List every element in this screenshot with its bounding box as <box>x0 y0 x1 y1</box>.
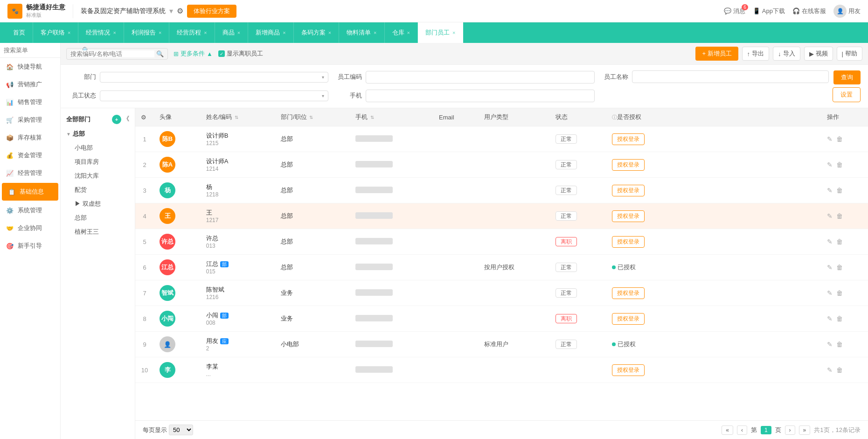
dept-item-project-store[interactable]: 项目库房 <box>61 155 135 169</box>
auth-btn[interactable]: 授权登录 <box>612 236 645 248</box>
settings-icon[interactable]: ⚙ <box>177 7 183 15</box>
edit-icon[interactable]: ✎ <box>827 341 833 348</box>
export-btn[interactable]: ↑ 导出 <box>742 47 770 61</box>
close-icon[interactable]: × <box>237 30 240 35</box>
edit-icon[interactable]: ✎ <box>827 366 833 374</box>
delete-icon[interactable]: 🗑 <box>836 187 843 194</box>
sidebar-item-sales[interactable]: 📊 销售管理 <box>0 93 60 111</box>
edit-icon[interactable]: ✎ <box>827 135 833 143</box>
dept-item-distribution[interactable]: 配货 <box>61 183 135 197</box>
dept-item-small-elec[interactable]: 小电部 <box>61 141 135 155</box>
help-btn[interactable]: | 帮助 <box>837 47 862 61</box>
sidebar-item-business[interactable]: 📈 经营管理 <box>0 164 60 182</box>
col-name[interactable]: 姓名/编码 ⇅ <box>201 108 275 126</box>
close-icon[interactable]: × <box>374 30 376 35</box>
last-page-btn[interactable]: » <box>799 425 811 435</box>
sidebar-item-marketing[interactable]: 📢 营销推广 <box>0 76 60 93</box>
app-download-btn[interactable]: 📱 App下载 <box>753 7 785 15</box>
close-icon[interactable]: × <box>407 30 410 35</box>
tab-barcode[interactable]: 条码方案 × <box>294 22 339 43</box>
emp-status-select[interactable]: ▾ <box>100 91 328 101</box>
tab-new-goods[interactable]: 新增商品 × <box>248 22 293 43</box>
auth-btn[interactable]: 授权登录 <box>612 287 645 299</box>
sidebar-item-basic-info[interactable]: 📋 基础信息 <box>2 183 58 201</box>
auth-btn[interactable]: 授权登录 <box>612 313 645 325</box>
delete-icon[interactable]: 🗑 <box>836 366 843 374</box>
msg-button[interactable]: 💬 6 消息 <box>724 7 745 15</box>
col-phone[interactable]: 手机 ⇅ <box>350 108 433 126</box>
sidebar-item-guide[interactable]: 🎯 新手引导 <box>0 237 60 255</box>
online-service-btn[interactable]: 🎧 在线客服 <box>792 7 826 15</box>
close-icon[interactable]: × <box>113 30 116 35</box>
prev-page-btn[interactable]: ‹ <box>737 425 747 435</box>
col-settings[interactable]: ⚙ <box>135 108 154 126</box>
close-icon[interactable]: × <box>283 30 285 35</box>
close-icon[interactable]: × <box>159 30 161 35</box>
tab-employees[interactable]: 部门员工 × <box>418 22 463 43</box>
auth-btn[interactable]: 授权登录 <box>612 185 645 196</box>
delete-icon[interactable]: 🗑 <box>836 264 843 271</box>
dept-select[interactable]: ▾ <box>100 72 328 83</box>
auth-btn[interactable]: 授权登录 <box>612 210 645 222</box>
edit-icon[interactable]: ✎ <box>827 187 833 194</box>
tab-customer[interactable]: 客户联络 × <box>33 22 78 43</box>
delete-icon[interactable]: 🗑 <box>836 238 843 245</box>
tab-goods[interactable]: 商品 × <box>215 22 248 43</box>
edit-icon[interactable]: ✎ <box>827 264 833 271</box>
delete-icon[interactable]: 🗑 <box>836 315 843 322</box>
sidebar-item-system[interactable]: ⚙️ 系统管理 <box>0 202 60 219</box>
edit-icon[interactable]: ✎ <box>827 161 833 168</box>
page-size-dropdown[interactable]: 50 100 200 <box>169 425 193 435</box>
delete-icon[interactable]: 🗑 <box>836 289 843 297</box>
exp-btn[interactable]: 体验行业方案 <box>187 5 236 18</box>
dropdown-arrow[interactable]: ▾ <box>169 7 173 15</box>
import-btn[interactable]: ↓ 导入 <box>773 47 800 61</box>
more-conditions-btn[interactable]: ⊞ 更多条件 ▲ <box>174 49 213 58</box>
user-area[interactable]: 👤 用友 <box>833 5 861 18</box>
close-icon[interactable]: × <box>68 30 70 35</box>
edit-icon[interactable]: ✎ <box>827 238 833 245</box>
dept-item-double[interactable]: ▶ 双虚想 <box>61 197 135 211</box>
add-employee-btn[interactable]: + 新增员工 <box>695 47 738 61</box>
tab-home[interactable]: 首页 <box>6 22 33 43</box>
auth-btn[interactable]: 授权登录 <box>612 159 645 171</box>
sidebar-item-purchase[interactable]: 🛒 采购管理 <box>0 111 60 129</box>
tab-history[interactable]: 经营历程 × <box>169 22 215 43</box>
edit-icon[interactable]: ✎ <box>827 212 833 220</box>
dept-add-icon[interactable]: + <box>112 115 121 124</box>
close-icon[interactable]: × <box>204 30 207 35</box>
dept-group-head[interactable]: ▼ 总部 <box>61 127 135 141</box>
first-page-btn[interactable]: « <box>722 425 733 435</box>
next-page-btn[interactable]: › <box>785 425 795 435</box>
sidebar-item-inventory[interactable]: 📦 库存核算 <box>0 129 60 146</box>
close-icon[interactable]: × <box>328 30 331 35</box>
tab-warehouse[interactable]: 仓库 × <box>385 22 418 43</box>
set-btn[interactable]: 设置 <box>833 87 861 102</box>
sidebar-item-finance[interactable]: 💰 资金管理 <box>0 146 60 164</box>
auth-btn[interactable]: 授权登录 <box>612 364 645 376</box>
delete-icon[interactable]: 🗑 <box>836 161 843 168</box>
col-dept[interactable]: 部门/职位 ⇅ <box>275 108 350 126</box>
tab-profit[interactable]: 利润报告 × <box>124 22 169 43</box>
edit-icon[interactable]: ✎ <box>827 315 833 322</box>
dept-all-label[interactable]: 全部部门 <box>66 115 90 124</box>
close-icon-active[interactable]: × <box>452 30 455 35</box>
emp-code-input[interactable] <box>366 71 594 84</box>
emp-name-input[interactable] <box>632 70 829 83</box>
edit-icon[interactable]: ✎ <box>827 289 833 297</box>
delete-icon[interactable]: 🗑 <box>836 212 843 220</box>
delete-icon[interactable]: 🗑 <box>836 341 843 348</box>
sidebar-item-quick-nav[interactable]: 🏠 快捷导航 <box>0 58 60 76</box>
tab-operation[interactable]: 经营情况 × <box>78 22 124 43</box>
dept-item-shenyang[interactable]: 沈阳大库 <box>61 169 135 183</box>
dept-collapse-icon[interactable]: 《 <box>123 115 129 124</box>
query-btn[interactable]: 查询 <box>833 70 861 84</box>
phone-input[interactable] <box>366 90 594 102</box>
sidebar-item-collab[interactable]: 🤝 企业协同 <box>0 219 60 237</box>
delete-icon[interactable]: 🗑 <box>836 135 843 143</box>
auth-btn[interactable]: 授权登录 <box>612 133 645 145</box>
dept-item-head[interactable]: 总部 <box>61 211 135 225</box>
video-btn[interactable]: ▶ 视频 <box>804 47 833 61</box>
tab-bom[interactable]: 物料清单 × <box>339 22 384 43</box>
search-input[interactable] <box>70 50 154 57</box>
